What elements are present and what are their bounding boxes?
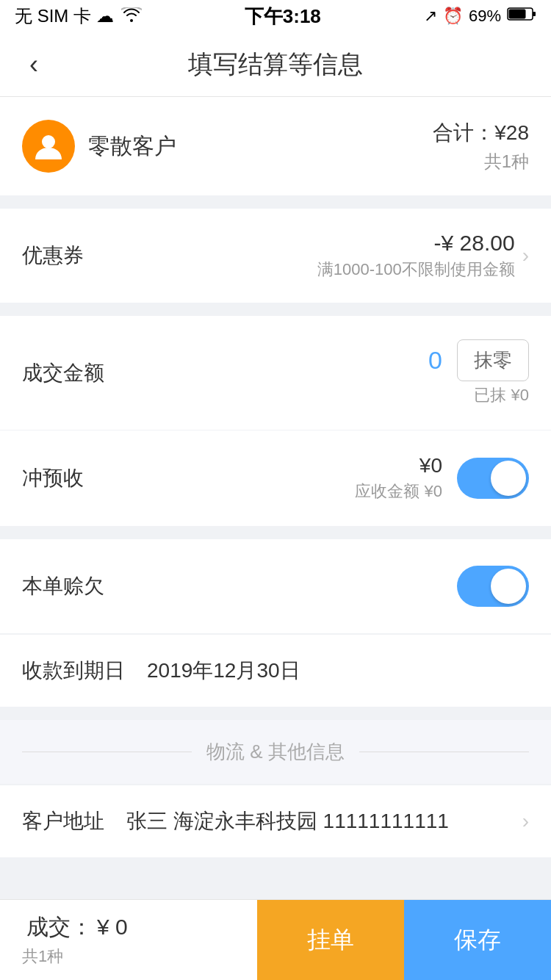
prepayment-value: ¥0 (355, 454, 442, 478)
logistics-divider: 物流 & 其他信息 (0, 720, 551, 784)
svg-rect-2 (508, 10, 525, 19)
battery-text: 69% (469, 7, 501, 26)
wifi-icon (121, 6, 142, 26)
customer-summary: 合计：¥28 共1种 (433, 119, 529, 173)
debt-label: 本单赊欠 (22, 572, 104, 600)
coupon-label: 优惠券 (22, 242, 84, 270)
hold-button[interactable]: 挂单 (257, 900, 404, 981)
prepayment-label: 冲预收 (22, 464, 84, 492)
transaction-section: 成交金额 0 抹零 已抹 ¥0 冲预收 ¥0 应收金额 ¥0 (0, 316, 551, 526)
no-sim-text: 无 SIM 卡 ☁ (15, 4, 114, 28)
alarm-icon: ⏰ (443, 7, 463, 26)
location-icon: ↗ (424, 7, 437, 26)
customer-avatar (22, 120, 75, 173)
customer-name: 零散客户 (88, 131, 176, 162)
customer-count: 共1种 (433, 150, 529, 173)
due-date-value: 2019年12月30日 (147, 657, 300, 685)
page-title: 填写结算等信息 (188, 48, 363, 82)
transaction-amount-row: 成交金额 0 抹零 已抹 ¥0 (0, 316, 551, 430)
nav-bar: ‹ 填写结算等信息 (0, 32, 551, 97)
bottom-amount-label: 成交： (26, 915, 93, 939)
customer-section: 零散客户 合计：¥28 共1种 (0, 97, 551, 195)
coupon-section[interactable]: 优惠券 -¥ 28.00 满1000-100不限制使用金额 › (0, 209, 551, 303)
customer-left: 零散客户 (22, 120, 176, 173)
prepayment-sub: 应收金额 ¥0 (355, 480, 442, 502)
back-button[interactable]: ‹ (22, 42, 46, 87)
round-zero-button[interactable]: 抹零 (457, 339, 529, 381)
status-left: 无 SIM 卡 ☁ (15, 4, 142, 28)
customer-total: 合计：¥28 (433, 119, 529, 147)
logistics-text: 物流 & 其他信息 (206, 739, 345, 765)
transaction-label: 成交金额 (22, 359, 104, 387)
status-bar: 无 SIM 卡 ☁ 下午3:18 ↗ ⏰ 69% (0, 0, 551, 32)
debt-row: 本单赊欠 (0, 539, 551, 633)
logistics-line-right (359, 752, 529, 752)
address-value: 张三 海淀永丰科技园 11111111111 (126, 807, 522, 835)
coupon-sub: 满1000-100不限制使用金额 (317, 259, 515, 281)
bottom-info: 成交：¥ 0 共1种 (0, 912, 257, 968)
status-time: 下午3:18 (245, 4, 321, 29)
bottom-amount: 成交：¥ 0 (22, 912, 235, 943)
transaction-value: 0 (428, 346, 442, 375)
prepayment-row: 冲预收 ¥0 应收金额 ¥0 (0, 430, 551, 526)
svg-point-3 (42, 135, 55, 148)
logistics-line-left (22, 752, 192, 752)
address-chevron-icon: › (522, 810, 529, 833)
bottom-bar: 成交：¥ 0 共1种 挂单 保存 (0, 899, 551, 980)
content: 零散客户 合计：¥28 共1种 优惠券 -¥ 28.00 满1000-100不限… (0, 97, 551, 959)
coupon-discount: -¥ 28.00 (317, 231, 515, 256)
due-date-label: 收款到期日 (22, 657, 125, 685)
transaction-sub: 已抹 ¥0 (428, 384, 529, 406)
chevron-right-icon: › (522, 244, 529, 267)
battery-icon (507, 7, 536, 26)
address-section[interactable]: 客户地址 张三 海淀永丰科技园 11111111111 › (0, 785, 551, 857)
status-right: ↗ ⏰ 69% (424, 7, 536, 26)
due-date-section: 收款到期日 2019年12月30日 (0, 635, 551, 707)
bottom-count: 共1种 (22, 945, 235, 968)
debt-section: 本单赊欠 (0, 539, 551, 633)
bottom-amount-value: ¥ 0 (97, 915, 128, 939)
prepayment-toggle[interactable] (457, 458, 529, 499)
svg-rect-1 (533, 12, 536, 16)
save-button[interactable]: 保存 (404, 900, 551, 981)
address-label: 客户地址 (22, 807, 104, 835)
debt-toggle[interactable] (457, 566, 529, 607)
